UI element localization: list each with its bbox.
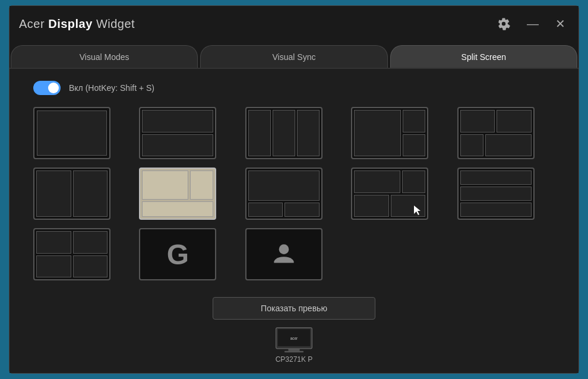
tab-split-screen[interactable]: Split Screen (390, 45, 577, 68)
layout-2col[interactable] (33, 168, 110, 220)
layout-person[interactable] (245, 228, 323, 280)
app-window: Acer Display Widget — ✕ Visual Modes Vis… (9, 5, 579, 374)
layout-single[interactable] (33, 107, 110, 159)
layout-2x2[interactable] (33, 228, 110, 280)
svg-rect-4 (288, 349, 299, 351)
layouts-grid: G (33, 107, 555, 280)
layout-cursor-split[interactable] (351, 168, 428, 220)
person-icon (269, 239, 299, 269)
app-title: Acer Display Widget (19, 17, 135, 31)
layout-top-big[interactable] (245, 168, 323, 220)
title-controls: — ✕ (494, 14, 569, 33)
layout-logo-g[interactable]: G (139, 228, 216, 280)
preview-button[interactable]: Показать превью (213, 297, 375, 320)
enable-toggle[interactable] (33, 81, 61, 95)
svg-point-0 (279, 244, 289, 254)
layout-3col[interactable] (245, 107, 323, 159)
toggle-label: Вкл (HotKey: Shift + S) (69, 83, 154, 93)
content-area: Вкл (HotKey: Shift + S) (10, 69, 578, 297)
layout-big-left[interactable] (351, 107, 428, 159)
tab-visual-modes[interactable]: Visual Modes (11, 45, 198, 68)
title-normal: Acer (19, 17, 48, 30)
g-logo: G (167, 238, 189, 271)
svg-rect-5 (284, 351, 304, 352)
layout-4pane[interactable] (457, 107, 535, 159)
layout-compound-selected[interactable] (139, 168, 216, 220)
tab-visual-sync[interactable]: Visual Sync (200, 45, 387, 68)
cursor-icon (414, 206, 421, 215)
layout-3row[interactable] (457, 168, 535, 220)
layout-2row[interactable] (139, 107, 216, 159)
svg-text:acer: acer (290, 336, 298, 340)
minimize-button[interactable]: — (523, 15, 542, 33)
gear-icon (497, 17, 510, 30)
settings-button[interactable] (494, 15, 514, 33)
title-bar: Acer Display Widget — ✕ (10, 6, 578, 42)
monitor-section: acer CP3271K P (275, 327, 313, 364)
monitor-name: CP3271K P (276, 355, 313, 364)
bottom-bar: Показать превью acer CP3271K P (10, 297, 578, 373)
tabs-bar: Visual Modes Visual Sync Split Screen (10, 42, 578, 69)
title-suffix: Widget (93, 17, 135, 30)
monitor-icon: acer (275, 327, 313, 353)
close-button[interactable]: ✕ (552, 14, 569, 33)
toggle-knob (48, 83, 59, 93)
toggle-row: Вкл (HotKey: Shift + S) (33, 81, 555, 95)
title-bold: Display (48, 17, 93, 30)
